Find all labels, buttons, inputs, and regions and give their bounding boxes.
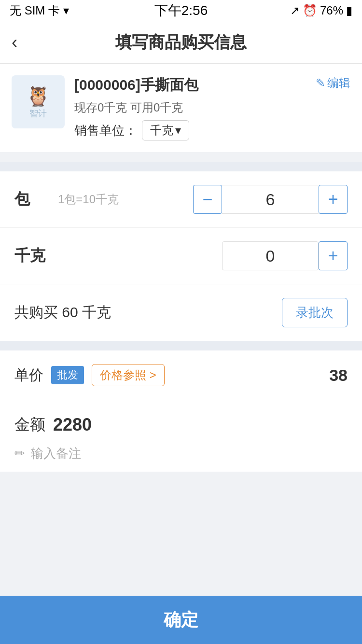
status-bar: 无 SIM 卡 ▾ 下午2:56 ↗ ⏰ 76% ▮: [0, 0, 362, 21]
status-left: 无 SIM 卡 ▾: [10, 3, 69, 18]
amount-label: 金额: [14, 414, 45, 435]
product-logo-text: 智计: [29, 108, 47, 119]
product-unit-row: 销售单位： 千克 ▾: [74, 120, 350, 140]
price-row: 单价 批发 价格参照 > 38: [0, 350, 362, 400]
section-divider-2: [0, 341, 362, 350]
amount-value: 2280: [53, 415, 92, 435]
bag-minus-button[interactable]: −: [193, 185, 222, 214]
price-label: 单价: [14, 365, 43, 385]
unit-dropdown-icon: ▾: [175, 124, 181, 137]
status-time: 下午2:56: [154, 1, 208, 20]
remark-row[interactable]: ✏ 输入备注: [14, 445, 348, 462]
remark-placeholder: 输入备注: [31, 445, 81, 462]
back-button[interactable]: ‹: [12, 32, 17, 53]
battery-label: 76%: [320, 4, 343, 17]
unit-select[interactable]: 千克 ▾: [142, 120, 189, 140]
bag-qty-controls: − +: [193, 185, 348, 214]
price-value: 38: [329, 366, 348, 385]
pencil-icon: ✏: [14, 446, 25, 461]
nav-bar: ‹ 填写商品购买信息: [0, 21, 362, 64]
bag-qty-input[interactable]: [222, 185, 319, 214]
battery-icon: ▮: [346, 4, 352, 17]
amount-row: 金额 2280: [14, 414, 348, 435]
section-divider-1: [0, 162, 362, 171]
amount-section: 金额 2280 ✏ 输入备注: [0, 400, 362, 472]
location-icon: ↗: [290, 4, 300, 17]
bag-sublabel: 1包=10千克: [58, 192, 193, 207]
kg-plus-button[interactable]: +: [319, 241, 348, 270]
unit-label: 销售单位：: [74, 122, 137, 139]
product-stock: 现存0千克 可用0千克: [74, 100, 350, 115]
status-right: ↗ ⏰ 76% ▮: [290, 4, 352, 17]
batch-button[interactable]: 录批次: [282, 298, 348, 327]
bag-qty-row: 包 1包=10千克 − +: [0, 171, 362, 228]
page-title: 填写商品购买信息: [115, 31, 247, 54]
confirm-button-label: 确定: [164, 608, 198, 632]
product-card: 🦉 智计 [0000006]手撕面包 现存0千克 可用0千克 销售单位： 千克 …: [0, 64, 362, 152]
bag-label: 包: [14, 189, 53, 210]
kg-label: 千克: [14, 245, 53, 266]
sim-label: 无 SIM 卡 ▾: [10, 3, 69, 18]
summary-row: 共购买 60 千克 录批次: [0, 284, 362, 341]
kg-qty-row: 千克 +: [0, 228, 362, 284]
quantity-section: 包 1包=10千克 − + 千克 + 共购买 60 千克 录批次: [0, 171, 362, 341]
product-thumbnail: 🦉 智计: [12, 75, 65, 128]
price-ref-button[interactable]: 价格参照 >: [92, 364, 165, 386]
edit-label: 编辑: [327, 75, 350, 91]
product-name: [0000006]手撕面包: [74, 75, 350, 95]
kg-qty-controls: +: [222, 241, 348, 270]
kg-qty-input[interactable]: [222, 241, 319, 270]
edit-icon: ✎: [316, 76, 325, 90]
bag-plus-button[interactable]: +: [319, 185, 348, 214]
summary-text: 共购买 60 千克: [14, 303, 111, 322]
unit-value: 千克: [150, 123, 173, 138]
edit-button[interactable]: ✎ 编辑: [316, 75, 350, 91]
alarm-icon: ⏰: [303, 4, 317, 17]
product-info: [0000006]手撕面包 现存0千克 可用0千克 销售单位： 千克 ▾: [74, 75, 350, 140]
product-logo-icon: 🦉: [26, 85, 50, 108]
confirm-bar[interactable]: 确定: [0, 596, 362, 644]
price-badge: 批发: [51, 366, 84, 384]
